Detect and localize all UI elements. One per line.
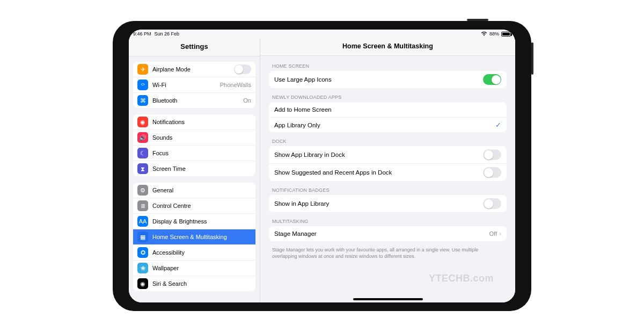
sidebar-item-general[interactable]: ⚙General (133, 183, 255, 198)
setting-label: Show App Library in Dock (274, 151, 483, 158)
sidebar-item-wifi[interactable]: ⌔Wi-FiPhoneWalls (133, 77, 255, 92)
battery-icon (501, 32, 511, 37)
section: Use Large App Icons (269, 71, 507, 88)
sounds-icon: 🔊 (137, 132, 148, 143)
show-in-applib-switch[interactable] (483, 198, 501, 209)
status-battery-pct: 88% (489, 31, 499, 37)
sidebar-item-label: Control Centre (152, 203, 251, 209)
section-header: DOCK (269, 135, 507, 146)
sidebar-title: Settings (129, 38, 260, 56)
sidebar-item-label: Home Screen & Multitasking (152, 234, 251, 240)
sidebar-group: ◉Notifications🔊Sounds☾Focus⧗Screen Time (133, 114, 255, 176)
section-header: NEWLY DOWNLOADED APPS (269, 91, 507, 102)
home-indicator (353, 298, 423, 300)
checkmark-icon: ✓ (495, 121, 501, 129)
sidebar-item-screentime[interactable]: ⧗Screen Time (133, 161, 255, 176)
wifi-icon (481, 31, 487, 37)
screentime-icon: ⧗ (137, 163, 148, 174)
wallpaper-icon: ❀ (137, 263, 148, 273)
sidebar-item-label: Siri & Search (152, 280, 251, 287)
status-date: Sun 26 Feb (155, 31, 180, 37)
setting-show-in-applib[interactable]: Show in App Library (269, 195, 507, 212)
section: Show in App Library (269, 195, 507, 212)
tablet-bezel: 9:46 PM Sun 26 Feb 88% Settings ✈Airplan… (113, 21, 531, 311)
notifications-icon: ◉ (137, 117, 148, 127)
section: Add to Home ScreenApp Library Only✓ (269, 102, 507, 132)
sidebar-item-label: Sounds (152, 134, 251, 141)
sidebar-item-notifications[interactable]: ◉Notifications (133, 114, 255, 129)
sidebar-item-label: Wi-Fi (152, 82, 216, 88)
sidebar-item-label: Bluetooth (152, 97, 239, 104)
airplane-icon: ✈ (137, 64, 148, 75)
setting-label: Use Large App Icons (274, 76, 483, 83)
setting-app-library[interactable]: App Library Only✓ (269, 117, 507, 132)
controlcentre-icon: ≣ (137, 200, 148, 211)
sidebar: Settings ✈Airplane Mode⌔Wi-FiPhoneWalls⌘… (129, 38, 260, 302)
general-icon: ⚙ (137, 185, 148, 196)
screen: 9:46 PM Sun 26 Feb 88% Settings ✈Airplan… (129, 30, 515, 302)
section-header: MULTITASKING (269, 215, 507, 226)
status-time: 9:46 PM (133, 31, 151, 37)
sidebar-item-bluetooth[interactable]: ⌘BluetoothOn (133, 92, 255, 108)
chevron-right-icon: › (499, 230, 501, 237)
sidebar-item-airplane[interactable]: ✈Airplane Mode (133, 62, 255, 77)
sidebar-item-accessibility[interactable]: ✪Accessibility (133, 244, 255, 260)
setting-label: App Library Only (274, 122, 495, 128)
sidebar-item-label: Screen Time (152, 165, 251, 172)
sidebar-item-label: General (152, 187, 251, 193)
bluetooth-icon: ⌘ (137, 95, 148, 106)
sidebar-item-label: Display & Brightness (152, 218, 251, 225)
setting-label: Show in App Library (274, 200, 483, 207)
sidebar-item-homescreen[interactable]: ▦Home Screen & Multitasking (133, 229, 255, 244)
section-header: NOTIFICATION BADGES (269, 184, 507, 195)
focus-icon: ☾ (137, 148, 148, 158)
wifi-icon: ⌔ (137, 80, 148, 90)
setting-label: Show Suggested and Recent Apps in Dock (274, 169, 483, 176)
detail-pane: Home Screen & Multitasking HOME SCREENUs… (260, 38, 515, 302)
sidebar-item-siri[interactable]: ◉Siri & Search (133, 276, 255, 291)
show-applib-dock-switch[interactable] (483, 149, 501, 160)
setting-show-suggested[interactable]: Show Suggested and Recent Apps in Dock (269, 163, 507, 181)
setting-stage-manager[interactable]: Stage ManagerOff› (269, 226, 507, 241)
sidebar-item-label: Focus (152, 150, 251, 156)
detail-title: Home Screen & Multitasking (260, 38, 515, 56)
sidebar-item-label: Notifications (152, 119, 251, 125)
sidebar-item-display[interactable]: AADisplay & Brightness (133, 213, 255, 229)
sidebar-item-wallpaper[interactable]: ❀Wallpaper (133, 260, 255, 276)
show-suggested-switch[interactable] (483, 167, 501, 178)
sidebar-item-label: Airplane Mode (152, 66, 230, 73)
large-icons-switch[interactable] (483, 74, 501, 85)
setting-label: Stage Manager (274, 230, 489, 237)
siri-icon: ◉ (137, 278, 148, 289)
section-header: HOME SCREEN (269, 60, 507, 71)
setting-add-home[interactable]: Add to Home Screen (269, 102, 507, 117)
sidebar-item-value: PhoneWalls (220, 82, 251, 88)
sidebar-group: ⚙General≣Control CentreAADisplay & Brigh… (133, 183, 255, 291)
setting-value: Off (489, 230, 497, 237)
setting-show-applib-dock[interactable]: Show App Library in Dock (269, 146, 507, 163)
airplane-switch[interactable] (234, 64, 251, 74)
accessibility-icon: ✪ (137, 247, 148, 258)
setting-large-icons[interactable]: Use Large App Icons (269, 71, 507, 88)
status-bar: 9:46 PM Sun 26 Feb 88% (129, 30, 515, 38)
section: Stage ManagerOff› (269, 226, 507, 241)
watermark: YTECHB.com (429, 273, 494, 284)
sidebar-item-value: On (243, 97, 251, 104)
section-footnote: Stage Manager lets you work with your fa… (269, 244, 507, 259)
sidebar-item-label: Accessibility (152, 249, 251, 256)
display-icon: AA (137, 216, 148, 227)
section: Show App Library in DockShow Suggested a… (269, 146, 507, 181)
setting-label: Add to Home Screen (274, 106, 501, 113)
sidebar-item-label: Wallpaper (152, 265, 251, 271)
sidebar-item-sounds[interactable]: 🔊Sounds (133, 129, 255, 145)
sidebar-item-controlcentre[interactable]: ≣Control Centre (133, 198, 255, 213)
sidebar-item-focus[interactable]: ☾Focus (133, 145, 255, 161)
homescreen-icon: ▦ (137, 232, 148, 242)
sidebar-group: ✈Airplane Mode⌔Wi-FiPhoneWalls⌘Bluetooth… (133, 62, 255, 108)
